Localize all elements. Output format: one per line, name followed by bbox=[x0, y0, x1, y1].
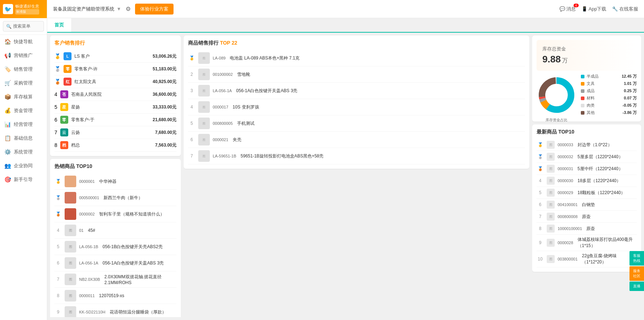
mid-product-thumb: 图 bbox=[198, 52, 210, 64]
sidebar-item-guide[interactable]: 🎯 新手引导 bbox=[0, 173, 47, 186]
hot-product-image: 图 bbox=[65, 225, 76, 236]
customer-rank-row: 6 零 零售客户-于 21,680.00元 bbox=[54, 114, 176, 126]
hot-product-rank: 7 bbox=[54, 277, 62, 282]
mid-product-name: 电池盖 LA-089 ABS本色+黑种 7.1克 bbox=[230, 55, 525, 61]
sidebar-item-quicknav[interactable]: 🏠 快捷导航 bbox=[0, 35, 47, 49]
latest-product-rank: 🥉 bbox=[537, 166, 544, 171]
latest-product-row: 🥈 图 0000032 5厘多层（1220*2440） bbox=[537, 151, 637, 163]
latest-product-code: 10000100001 bbox=[558, 226, 582, 231]
hot-product-code: 0000002 bbox=[79, 212, 95, 216]
mid-product-row: 6 图 0000021 夹壳 bbox=[188, 132, 525, 148]
mid-product-rank: 5 bbox=[188, 121, 195, 126]
latest-product-code: 0000031 bbox=[558, 167, 573, 171]
hot-product-rank: 4 bbox=[54, 228, 62, 233]
customer-rank-row: 7 云 云扬 7,680.00元 bbox=[54, 126, 176, 139]
hot-product-rank: 9 bbox=[54, 309, 62, 315]
rank-customer-value: 33,333.00元 bbox=[153, 104, 176, 110]
home-icon: 🏠 bbox=[4, 38, 11, 45]
rank-customer-value: 51,183.00元 bbox=[153, 66, 176, 72]
hot-product-image: 图 bbox=[65, 306, 76, 317]
mid-product-thumb: 图 bbox=[198, 150, 210, 162]
customer-rank-row: 🥉 红 红太阳文具 40,925.00元 bbox=[54, 75, 176, 88]
system-selector[interactable]: 装备及固定资产辅助管理系统 ▼ bbox=[53, 6, 121, 12]
inventory-legend: 半成品 12.45 万 文具 1.01 万 成品 0.25 万 材料 0.07 … bbox=[581, 74, 637, 117]
mid-product-rank: 4 bbox=[188, 104, 195, 110]
search-menu-button[interactable]: 🔍 搜索菜单 bbox=[3, 21, 44, 32]
mid-product-name: 10S 变刹罗孩 bbox=[233, 104, 525, 110]
sidebar-item-system[interactable]: ⚙️ 系统管理 bbox=[0, 145, 47, 159]
latest-product-code: 0000033 bbox=[558, 143, 573, 147]
hot-product-code: KK-SD22110H bbox=[79, 310, 105, 314]
sidebar: 🐦 畅捷通好生意 标准版 🔍 搜索菜单 🏠 快捷导航 📢 营销推广 🏷️ 销售管… bbox=[0, 0, 47, 320]
latest-product-row: 10 图 003800001 22g鱼豆腐-烧烤味（1*12*20） bbox=[537, 251, 637, 267]
app-download-button[interactable]: 📱 App下载 bbox=[582, 6, 606, 12]
service-community-button[interactable]: 服务社区 bbox=[629, 266, 644, 281]
legend-dot bbox=[581, 89, 584, 93]
trial-button[interactable]: 体验行业方案 bbox=[135, 4, 174, 15]
mid-product-rank: 2 bbox=[188, 72, 195, 77]
legend-dot bbox=[581, 104, 584, 107]
settings-icon[interactable]: ⚙ bbox=[126, 5, 131, 12]
sidebar-item-label: 采购管理 bbox=[14, 80, 33, 86]
donut-chart bbox=[537, 75, 576, 115]
hot-product-image: 图 bbox=[65, 274, 76, 285]
latest-product-thumb: 图 bbox=[547, 153, 555, 161]
legend-name: 成品 bbox=[587, 88, 622, 94]
hot-product-rank: 🥇 bbox=[54, 179, 62, 184]
sidebar-item-marketing[interactable]: 📢 营销推广 bbox=[0, 49, 47, 62]
search-menu-label: 搜索菜单 bbox=[13, 23, 30, 29]
legend-value: 0.25 万 bbox=[624, 88, 637, 94]
hot-product-name: 12070519-xs bbox=[99, 293, 176, 298]
sidebar-item-inventory[interactable]: 📦 库存核算 bbox=[0, 90, 47, 104]
rank-avatar: 红 bbox=[64, 78, 72, 86]
hot-product-row: 5 图 LA-056-1B 056-1B白色按键开关壳ABS2壳 bbox=[54, 239, 176, 255]
sidebar-logo: 🐦 畅捷通好生意 标准版 bbox=[0, 0, 47, 18]
latest-product-code: 0000029 bbox=[558, 190, 573, 195]
header: 装备及固定资产辅助管理系统 ▼ ⚙ 体验行业方案 💬 消息 6 📱 App下载 … bbox=[47, 0, 644, 18]
legend-item: 肉类 -0.05 万 bbox=[581, 103, 637, 108]
sidebar-item-sales[interactable]: 🏷️ 销售管理 bbox=[0, 62, 47, 76]
hot-product-rank: 8 bbox=[54, 293, 62, 298]
tab-bar: 首页 bbox=[47, 18, 644, 33]
search-icon: 🔍 bbox=[6, 24, 12, 29]
sidebar-item-purchase[interactable]: 🛒 采购管理 bbox=[0, 76, 47, 90]
sidebar-item-finance[interactable]: 💰 资金管理 bbox=[0, 104, 47, 118]
sidebar-item-label: 新手引导 bbox=[14, 176, 33, 183]
sidebar-item-collab[interactable]: 👥 企业协同 bbox=[0, 159, 47, 173]
legend-dot bbox=[581, 75, 584, 78]
hot-product-row: 9 图 KK-SD22110H 花语萌恒温分腿睡袋（厚款） bbox=[54, 304, 176, 317]
hot-product-code: LA-056-1B bbox=[79, 245, 98, 249]
latest-product-name: 5厘中纤（1220*2440） bbox=[578, 166, 637, 172]
sidebar-item-label: 营销推广 bbox=[14, 52, 33, 59]
hot-product-name: 智利车子里（规格不知道填什么） bbox=[99, 211, 176, 217]
hot-product-image bbox=[65, 192, 76, 204]
mid-product-rank: 🥇 bbox=[188, 56, 195, 61]
customer-hotline-button[interactable]: 客服热线 bbox=[629, 251, 644, 266]
online-service-button[interactable]: 🔧 在线客服 bbox=[612, 6, 638, 12]
rank-medal: 6 bbox=[54, 117, 57, 123]
tab-home[interactable]: 首页 bbox=[47, 18, 71, 33]
hot-product-name: 45# bbox=[88, 228, 176, 233]
hot-products-title: 热销商品 TOP10 bbox=[54, 163, 176, 170]
rank-medal: 🥇 bbox=[54, 53, 61, 59]
right-panel: 库存总资金 9.88 万 bbox=[532, 36, 641, 317]
notification-button[interactable]: 💬 消息 6 bbox=[559, 6, 576, 12]
inventory-value-area: 9.88 万 bbox=[542, 54, 631, 65]
legend-item: 文具 1.01 万 bbox=[581, 81, 637, 86]
live-stream-button[interactable]: 直播 bbox=[629, 282, 644, 291]
latest-products-card: 最新商品 TOP10 🥇 图 0000033 封边带（1.0*22） 🥈 图 0… bbox=[532, 124, 641, 272]
latest-product-code: 0000032 bbox=[558, 155, 573, 159]
mid-product-code: LA-089 bbox=[213, 56, 225, 60]
latest-product-thumb: 图 bbox=[547, 141, 555, 149]
rank-customer-name: 星扬 bbox=[71, 104, 150, 110]
legend-value: 1.01 万 bbox=[624, 81, 637, 86]
hot-product-rank: 6 bbox=[54, 260, 62, 266]
sidebar-item-basics[interactable]: 📋 基础信息 bbox=[0, 131, 47, 145]
sidebar-item-operations[interactable]: 📊 经营管理 bbox=[0, 118, 47, 131]
legend-name: 半成品 bbox=[587, 74, 619, 79]
hot-product-code: 0000011 bbox=[79, 294, 95, 298]
operations-icon: 📊 bbox=[4, 121, 11, 128]
latest-product-row: 7 图 000800008 原壶 bbox=[537, 211, 637, 223]
legend-value: 0.07 万 bbox=[624, 95, 637, 101]
latest-product-rank: 🥇 bbox=[537, 142, 544, 147]
